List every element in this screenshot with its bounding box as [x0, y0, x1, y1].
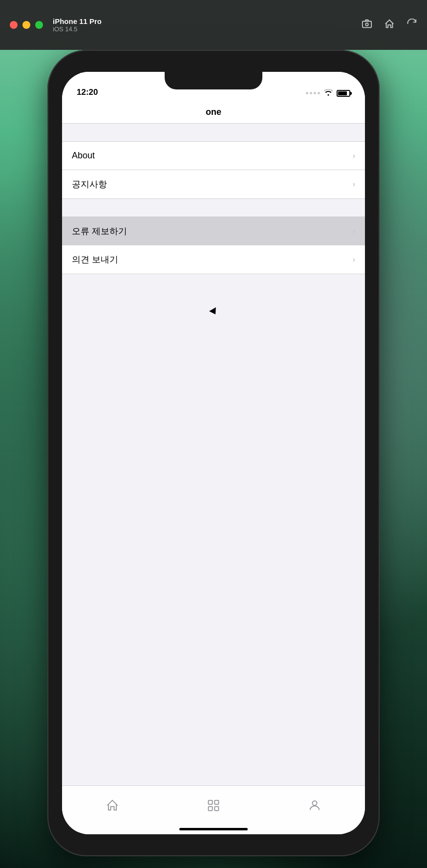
content-area [62, 274, 365, 714]
report-error-label: 오류 제보하기 [72, 225, 353, 237]
list-group-1: About › 공지사항 › [62, 141, 365, 199]
tab-profile[interactable] [308, 799, 321, 812]
device-name: iPhone 11 Pro [53, 17, 102, 25]
minimize-button[interactable] [22, 21, 30, 29]
send-feedback-chevron: › [353, 255, 355, 264]
list-item-send-feedback[interactable]: 의견 보내기 › [62, 245, 365, 274]
about-label: About [72, 151, 353, 161]
list-group-2: 오류 제보하기 › 의견 보내기 › [62, 217, 365, 274]
notch [165, 72, 262, 89]
iphone-screen: 12:20 [62, 72, 365, 834]
send-feedback-label: 의견 보내기 [72, 254, 353, 265]
titlebar-icons [362, 19, 417, 32]
notice-chevron: › [353, 180, 355, 189]
section-spacer-2 [62, 199, 365, 217]
device-os: iOS 14.5 [53, 25, 102, 33]
battery-icon [337, 90, 350, 97]
titlebar: iPhone 11 Pro iOS 14.5 [0, 0, 427, 50]
status-time: 12:20 [77, 87, 98, 97]
battery-fill [338, 91, 347, 95]
rotate-icon[interactable] [406, 19, 417, 32]
traffic-lights [10, 21, 43, 29]
signal-dot-2 [310, 92, 312, 94]
device-info: iPhone 11 Pro iOS 14.5 [53, 17, 102, 33]
svg-rect-4 [208, 806, 212, 810]
home-icon[interactable] [384, 19, 395, 32]
svg-point-1 [365, 23, 368, 26]
nav-title: one [206, 107, 221, 117]
svg-rect-5 [214, 806, 218, 810]
report-error-chevron: › [353, 227, 355, 236]
svg-rect-2 [208, 800, 212, 804]
svg-point-6 [312, 801, 317, 805]
fullscreen-button[interactable] [35, 21, 43, 29]
iphone-frame: 12:20 [47, 50, 380, 856]
close-button[interactable] [10, 21, 18, 29]
status-bar: 12:20 [62, 72, 365, 101]
signal-dot-4 [318, 92, 320, 94]
list-item-report-error[interactable]: 오류 제보하기 › [62, 217, 365, 245]
tab-bar [62, 785, 365, 834]
svg-rect-0 [363, 21, 371, 27]
list-item-notice[interactable]: 공지사항 › [62, 170, 365, 198]
signal-dots [306, 92, 320, 94]
wifi-icon [324, 89, 333, 97]
status-icons [306, 89, 350, 97]
tab-grid[interactable] [207, 799, 220, 812]
screenshot-icon[interactable] [362, 19, 372, 32]
notice-label: 공지사항 [72, 178, 353, 190]
list-item-about[interactable]: About › [62, 142, 365, 170]
navigation-bar: one [62, 101, 365, 124]
about-chevron: › [353, 152, 355, 160]
svg-rect-3 [214, 800, 218, 804]
home-indicator [179, 828, 248, 830]
signal-dot-3 [314, 92, 316, 94]
signal-dot-1 [306, 92, 308, 94]
section-spacer-1 [62, 124, 365, 141]
tab-home[interactable] [106, 799, 119, 812]
